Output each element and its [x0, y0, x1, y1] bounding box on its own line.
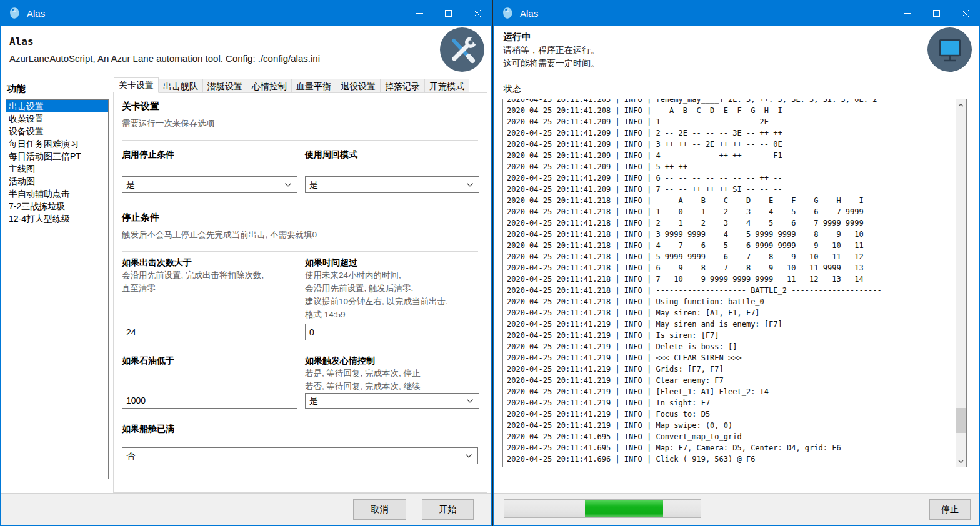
- start-button[interactable]: 开始: [422, 499, 474, 520]
- field-hint: 使用未来24小时内的时间,: [305, 269, 479, 282]
- run-status-line1: 请稍等，程序正在运行。: [503, 45, 599, 56]
- scroll-up-icon[interactable]: [956, 99, 966, 110]
- titlebar[interactable]: Alas: [494, 1, 979, 26]
- minimize-button[interactable]: [405, 1, 434, 26]
- combo-value: 否: [126, 450, 135, 462]
- log-viewport[interactable]: 2020-04-25 20:11:41.203 | INFO | [enemy_…: [502, 99, 967, 467]
- time-limit-input[interactable]: [305, 324, 479, 340]
- status-area: 状态 2020-04-25 20:11:41.203 | INFO | [ene…: [494, 74, 979, 493]
- log-line-32: 2020-04-25 20:11:41.696 | INFO | Click (…: [507, 454, 956, 465]
- window-title: Alas: [520, 8, 893, 19]
- sidebar-item-5[interactable]: 主线图: [6, 162, 108, 175]
- tab-1[interactable]: 出击舰队: [158, 79, 203, 93]
- log-line-22: 2020-04-25 20:11:41.219 | INFO | Delete …: [507, 341, 956, 352]
- divider: [122, 251, 478, 252]
- field-label-emotion-control: 如果触发心情控制: [305, 354, 479, 367]
- maximize-button[interactable]: [922, 1, 951, 26]
- tab-4[interactable]: 血量平衡: [291, 79, 336, 93]
- log-line-21: 2020-04-25 20:11:41.219 | INFO | Is sire…: [507, 330, 956, 341]
- minimize-button[interactable]: [893, 1, 922, 26]
- field-hint: 会沿用先前设置, 完成出击将扣除次数,: [122, 269, 298, 282]
- log-line-10: 2020-04-25 20:11:41.218 | INFO | 1 0 1 2…: [507, 206, 956, 217]
- scroll-down-icon[interactable]: [956, 456, 966, 467]
- log-line-14: 2020-04-25 20:11:41.218 | INFO | 5 9999 …: [507, 251, 956, 262]
- window-title: Alas: [27, 8, 405, 19]
- log-line-30: 2020-04-25 20:11:41.695 | INFO | Convert…: [507, 431, 956, 442]
- sidebar-item-6[interactable]: 活动图: [6, 175, 108, 187]
- field-hint: 若否, 等待回复, 完成本次, 继续: [305, 380, 479, 393]
- field-label-time-limit: 如果时间超过: [305, 256, 479, 269]
- field-label-run-count: 如果出击次数大于: [122, 256, 298, 269]
- app-subtitle: AzurLaneAutoScript, An Azur Lane automat…: [9, 53, 320, 64]
- sidebar-item-3[interactable]: 每日任务困难演习: [6, 137, 108, 150]
- loop-mode-select[interactable]: 是: [305, 176, 479, 193]
- combo-value: 是: [309, 395, 318, 407]
- dock-full-select[interactable]: 否: [122, 447, 478, 464]
- divider: [122, 140, 478, 141]
- sidebar-item-0[interactable]: 出击设置: [6, 100, 108, 112]
- sidebar-item-2[interactable]: 设备设置: [6, 125, 108, 137]
- sidebar-item-1[interactable]: 收菜设置: [6, 112, 108, 125]
- sidebar-item-9[interactable]: 12-4打大型练级: [6, 212, 108, 225]
- cancel-button[interactable]: 取消: [353, 499, 406, 520]
- close-button[interactable]: [951, 1, 979, 26]
- app-header: Alas AzurLaneAutoScript, An Azur Lane au…: [1, 26, 491, 74]
- window-alas-running: Alas 运行中 请稍等，程序正在运行。 这可能将需要一定时间。 状态 2020…: [493, 0, 980, 526]
- tab-panel-stage-settings: 关卡设置 需要运行一次来保存选项 启用停止条件 是 使用周回模式 是: [113, 92, 488, 493]
- log-line-31: 2020-04-25 20:11:41.695 | INFO | Map: F7…: [507, 442, 956, 454]
- enable-stop-select[interactable]: 是: [122, 176, 298, 193]
- field-hint: 格式 14:59: [305, 308, 479, 321]
- status-label: 状态: [504, 84, 521, 95]
- scrollbar-thumb[interactable]: [956, 408, 966, 433]
- oil-limit-input[interactable]: [122, 392, 298, 409]
- stop-button[interactable]: 停止: [929, 499, 971, 520]
- wrench-tools-icon: [440, 27, 484, 72]
- section-title-stop-cond: 停止条件: [122, 212, 478, 224]
- footer-bar: 停止: [494, 493, 979, 525]
- log-line-8: 2020-04-25 20:11:41.209 | INFO | 7 -- --…: [507, 184, 956, 195]
- tab-area: 关卡设置出击舰队潜艇设置心情控制血量平衡退役设置掉落记录开荒模式 关卡设置 需要…: [113, 74, 491, 493]
- tab-strip: 关卡设置出击舰队潜艇设置心情控制血量平衡退役设置掉落记录开荒模式: [114, 77, 469, 93]
- tab-3[interactable]: 心情控制: [247, 79, 292, 93]
- log-line-13: 2020-04-25 20:11:41.218 | INFO | 4 7 6 5…: [507, 240, 956, 251]
- sidebar-title: 功能: [7, 83, 113, 95]
- footer-bar: 取消 开始: [1, 493, 491, 525]
- section-title: 关卡设置: [122, 101, 478, 112]
- log-line-2: 2020-04-25 20:11:41.209 | INFO | 1 -- --…: [507, 116, 956, 127]
- maximize-button[interactable]: [434, 1, 462, 26]
- field-label-dock-full: 如果船舱已满: [122, 422, 478, 435]
- app-title: Alas: [9, 36, 34, 47]
- chevron-down-icon: [466, 182, 474, 187]
- log-line-27: 2020-04-25 20:11:41.219 | INFO | In sigh…: [507, 397, 956, 409]
- field-label-enable-stop: 启用停止条件: [122, 148, 298, 161]
- sidebar: 功能 出击设置收菜设置设备设置每日任务困难演习每日活动图三倍PT主线图活动图半自…: [1, 74, 113, 493]
- log-line-4: 2020-04-25 20:11:41.209 | INFO | 3 ++ ++…: [507, 139, 956, 150]
- log-line-24: 2020-04-25 20:11:41.219 | INFO | Grids: …: [507, 364, 956, 375]
- run-status-title: 运行中: [503, 31, 531, 43]
- log-lines: 2020-04-25 20:11:41.203 | INFO | [enemy_…: [507, 99, 956, 467]
- sidebar-item-7[interactable]: 半自动辅助点击: [6, 187, 108, 200]
- tab-6[interactable]: 掉落记录: [380, 79, 425, 93]
- log-line-1: 2020-04-25 20:11:41.208 | INFO | A B C D…: [507, 105, 956, 116]
- combo-value: 是: [309, 179, 318, 191]
- emotion-control-select[interactable]: 是: [305, 393, 479, 409]
- titlebar[interactable]: Alas: [1, 1, 491, 26]
- log-line-9: 2020-04-25 20:11:41.218 | INFO | A B C D…: [507, 195, 956, 206]
- log-line-6: 2020-04-25 20:11:41.209 | INFO | 5 ++ ++…: [507, 161, 956, 172]
- tab-0[interactable]: 关卡设置: [114, 77, 159, 93]
- field-label-loop-mode: 使用周回模式: [305, 148, 479, 161]
- combo-value: 是: [126, 179, 135, 191]
- tab-5[interactable]: 退役设置: [336, 79, 381, 93]
- tab-2[interactable]: 潜艇设置: [202, 79, 248, 93]
- sidebar-item-4[interactable]: 每日活动图三倍PT: [6, 150, 108, 162]
- log-line-17: 2020-04-25 20:11:41.218 | INFO | -------…: [507, 285, 956, 296]
- log-line-11: 2020-04-25 20:11:41.218 | INFO | 2 1 2 3…: [507, 217, 956, 229]
- tab-7[interactable]: 开荒模式: [424, 79, 469, 93]
- close-button[interactable]: [462, 1, 491, 26]
- log-line-15: 2020-04-25 20:11:41.218 | INFO | 6 9 8 7…: [507, 262, 956, 274]
- run-count-input[interactable]: [122, 324, 298, 340]
- scrollbar[interactable]: [956, 99, 966, 467]
- section-hint: 需要运行一次来保存选项: [122, 118, 478, 129]
- function-listbox[interactable]: 出击设置收菜设置设备设置每日任务困难演习每日活动图三倍PT主线图活动图半自动辅助…: [6, 99, 109, 479]
- sidebar-item-8[interactable]: 7-2三战拣垃圾: [6, 200, 108, 212]
